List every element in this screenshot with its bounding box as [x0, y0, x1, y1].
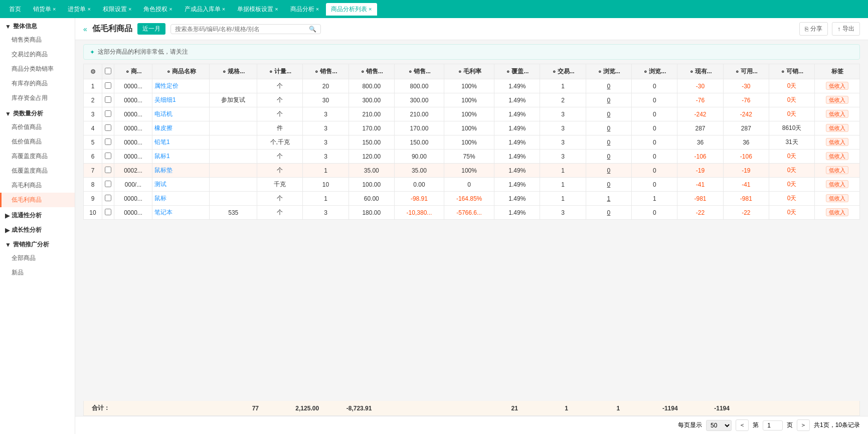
search-input[interactable] [175, 26, 309, 33]
row-views1[interactable]: 0 [586, 79, 631, 93]
sidebar-section-circulation[interactable]: ▶ 流通性分析 [0, 207, 75, 222]
row-code: 0000... [114, 206, 152, 220]
nav-home[interactable]: 首页 [4, 3, 26, 16]
col-name: ⚬商品名称 [152, 64, 210, 79]
per-page-select[interactable]: 50 100 200 [706, 420, 732, 431]
per-page-label: 每页显示 [678, 421, 702, 429]
row-checkbox-cell[interactable] [102, 79, 114, 93]
row-checkbox-cell[interactable] [102, 93, 114, 107]
sidebar-item-inventory-capital[interactable]: 库存资金占用 [0, 91, 75, 105]
footer-transactions: 21 [488, 405, 540, 412]
sidebar-section-overview[interactable]: ▼ 整体信息 [0, 18, 75, 33]
row-name[interactable]: 鼠标垫 [152, 164, 210, 178]
sidebar-collapse-button[interactable]: « [83, 25, 87, 33]
row-checkbox[interactable] [105, 138, 111, 145]
row-views1[interactable]: 0 [586, 150, 631, 164]
page-number-input[interactable] [763, 420, 783, 430]
sidebar-section-growth[interactable]: ▶ 成长性分析 [0, 222, 75, 236]
nav-product-entry[interactable]: 产成品入库单 × [180, 3, 230, 16]
row-name[interactable]: 吴细细1 [152, 93, 210, 107]
row-checkbox-cell[interactable] [102, 121, 114, 135]
row-views1[interactable]: 1 [586, 192, 631, 206]
sidebar-item-all-products[interactable]: 全部商品 [0, 251, 75, 265]
sidebar-item-high-margin[interactable]: 高毛利商品 [0, 178, 75, 193]
row-checkbox-cell[interactable] [102, 164, 114, 178]
row-checkbox[interactable] [105, 110, 111, 117]
nav-analysis-close[interactable]: × [316, 6, 319, 12]
sidebar-item-sales-products[interactable]: 销售类商品 [0, 33, 75, 47]
nav-roles[interactable]: 角色授权 × [138, 3, 177, 16]
sidebar-item-low-coverage[interactable]: 低覆盖度商品 [0, 164, 75, 178]
sidebar-item-category-sales-rate[interactable]: 商品分类助销率 [0, 62, 75, 76]
row-views1[interactable]: 0 [586, 107, 631, 121]
sidebar-section-quantity[interactable]: ▼ 类数量分析 [0, 105, 75, 120]
row-checkbox-cell[interactable] [102, 192, 114, 206]
row-coverage: 1.49% [494, 107, 540, 121]
row-checkbox[interactable] [105, 209, 111, 215]
row-gross-margin: -5766.6... [444, 206, 494, 220]
row-views1[interactable]: 0 [586, 93, 631, 107]
row-checkbox-cell[interactable] [102, 178, 114, 192]
prev-page-button[interactable]: ＜ [736, 419, 749, 431]
row-name[interactable]: 属性定价 [152, 79, 210, 93]
sidebar-item-high-value[interactable]: 高价值商品 [0, 120, 75, 134]
filter-button[interactable]: 近一月 [137, 23, 165, 35]
col-views2: ⚬浏览... [632, 64, 677, 79]
sidebar-item-in-stock[interactable]: 有库存的商品 [0, 76, 75, 91]
row-views1[interactable]: 0 [586, 178, 631, 192]
row-views1[interactable]: 0 [586, 121, 631, 135]
row-checkbox-cell[interactable] [102, 135, 114, 150]
table-container[interactable]: ⚙ ⚬商... ⚬商品名称 ⚬规格... ⚬计量... ⚬销售... ⚬销售..… [83, 64, 860, 401]
row-checkbox[interactable] [105, 124, 111, 131]
sidebar-item-low-margin[interactable]: 低毛利商品 [0, 193, 75, 207]
nav-product-analysis[interactable]: 商品分析 × [285, 3, 324, 16]
row-checkbox-cell[interactable] [102, 107, 114, 121]
export-button[interactable]: ↑ 导出 [832, 22, 860, 36]
row-checkbox[interactable] [105, 195, 111, 201]
nav-purchase[interactable]: 进货单 × [63, 3, 95, 16]
sidebar-item-high-coverage[interactable]: 高覆盖度商品 [0, 149, 75, 164]
sidebar-item-low-value[interactable]: 低价值商品 [0, 134, 75, 149]
row-checkbox-cell[interactable] [102, 150, 114, 164]
next-page-button[interactable]: ＞ [797, 419, 810, 431]
row-saleable-days: 0天 [769, 150, 814, 164]
nav-product-close[interactable]: × [222, 6, 225, 12]
row-views1[interactable]: 0 [586, 135, 631, 150]
row-checkbox[interactable] [105, 96, 111, 103]
row-name[interactable]: 测试 [152, 178, 210, 192]
row-name[interactable]: 铅笔1 [152, 135, 210, 150]
search-icon[interactable]: 🔍 [309, 26, 316, 33]
row-views2: 0 [632, 121, 677, 135]
nav-analysis-list-close[interactable]: × [369, 6, 372, 12]
nav-sales[interactable]: 销货单 × [28, 3, 61, 16]
row-checkbox-cell[interactable] [102, 206, 114, 220]
nav-purchase-close[interactable]: × [87, 6, 90, 12]
row-name[interactable]: 橡皮擦 [152, 121, 210, 135]
sidebar-item-new-products[interactable]: 新品 [0, 265, 75, 280]
sidebar-section-marketing[interactable]: ▼ 营销推广分析 [0, 236, 75, 251]
nav-product-analysis-list[interactable]: 商品分析列表 × [326, 3, 377, 16]
nav-permissions[interactable]: 权限设置 × [98, 3, 136, 16]
row-coverage: 1.49% [494, 150, 540, 164]
col-checkbox[interactable] [102, 64, 114, 79]
row-views1[interactable]: 0 [586, 206, 631, 220]
share-button[interactable]: ⎘ 分享 [799, 22, 828, 36]
nav-template-close[interactable]: × [275, 6, 278, 12]
sidebar-item-traded-products[interactable]: 交易过的商品 [0, 47, 75, 62]
row-checkbox[interactable] [105, 167, 111, 173]
row-name[interactable]: 鼠标 [152, 192, 210, 206]
row-name[interactable]: 电话机 [152, 107, 210, 121]
row-name[interactable]: 鼠标1 [152, 150, 210, 164]
row-checkbox[interactable] [105, 82, 111, 89]
row-name[interactable]: 笔记本 [152, 206, 210, 220]
row-checkbox[interactable] [105, 181, 111, 187]
nav-roles-close[interactable]: × [169, 6, 172, 12]
select-all-checkbox[interactable] [105, 68, 111, 74]
nav-sales-close[interactable]: × [53, 6, 56, 12]
col-settings[interactable]: ⚙ [84, 64, 102, 79]
nav-permissions-close[interactable]: × [128, 6, 131, 12]
row-sales-qty: 3 [303, 107, 349, 121]
row-views1[interactable]: 0 [586, 164, 631, 178]
row-checkbox[interactable] [105, 153, 111, 159]
nav-template[interactable]: 单据模板设置 × [232, 3, 283, 16]
